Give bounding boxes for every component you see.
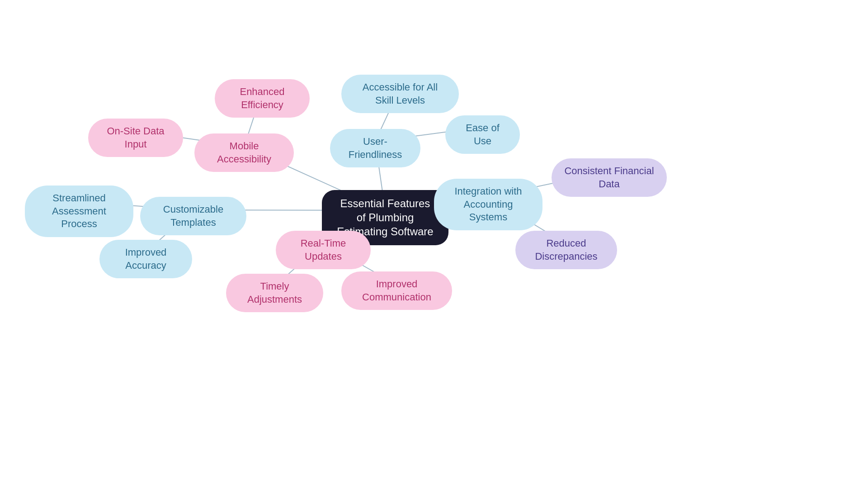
- on-site-data-input-node: On-Site Data Input: [88, 119, 183, 157]
- reduced-discrepancies-node: Reduced Discrepancies: [515, 231, 617, 269]
- real-time-updates-node: Real-Time Updates: [276, 231, 371, 269]
- ease-of-use-node: Ease of Use: [445, 115, 520, 154]
- improved-accuracy-node: Improved Accuracy: [99, 240, 192, 278]
- consistent-financial-node: Consistent Financial Data: [552, 158, 667, 197]
- user-friendliness-node: User-Friendliness: [330, 129, 420, 167]
- streamlined-assessment-node: Streamlined Assessment Process: [25, 186, 133, 237]
- mobile-accessibility-node: Mobile Accessibility: [194, 133, 294, 172]
- integration-accounting-node: Integration with Accounting Systems: [434, 179, 542, 230]
- timely-adjustments-node: Timely Adjustments: [226, 274, 323, 312]
- mindmap-container: Essential Features of Plumbing Estimatin…: [0, 0, 868, 490]
- accessible-all-skill-node: Accessible for All Skill Levels: [341, 75, 459, 113]
- enhanced-efficiency-node: Enhanced Efficiency: [215, 79, 310, 118]
- customizable-templates-node: Customizable Templates: [140, 197, 246, 235]
- improved-communication-node: Improved Communication: [341, 271, 452, 310]
